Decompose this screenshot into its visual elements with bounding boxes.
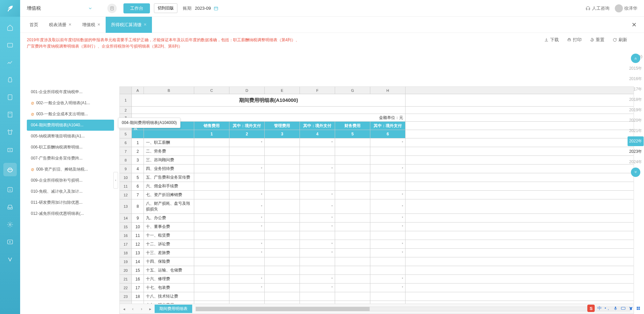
cell-22-5[interactable]: * xyxy=(370,284,406,292)
collapse-handle[interactable] xyxy=(113,172,118,189)
cell-18-4[interactable] xyxy=(335,249,370,257)
cell-19-0[interactable] xyxy=(194,257,229,266)
close-icon[interactable]: ✕ xyxy=(68,22,71,27)
tab-home[interactable]: 首页 xyxy=(24,17,44,33)
row-header-18[interactable]: 18 xyxy=(120,249,132,257)
col-header-H[interactable]: H xyxy=(370,87,406,94)
cell-7-4[interactable] xyxy=(335,147,370,155)
cell-16-0[interactable] xyxy=(194,231,229,240)
year-2019年[interactable]: 2019年 xyxy=(628,105,644,115)
row-header-12[interactable]: 12 xyxy=(120,191,132,199)
cell-24-2[interactable] xyxy=(265,301,300,304)
cell-14-1[interactable]: * xyxy=(229,214,265,222)
year-2021年[interactable]: 2021年 xyxy=(628,126,644,136)
nav-ledger[interactable] xyxy=(6,41,14,49)
cell-16-2[interactable] xyxy=(265,231,300,240)
form-item-10[interactable]: 011-研发费用加计扣除优惠... xyxy=(27,197,114,208)
col-header-D[interactable]: D xyxy=(229,87,265,94)
cell-21-5[interactable]: * xyxy=(370,275,406,283)
cell-18-0[interactable] xyxy=(194,249,229,257)
row-header-5[interactable]: 5 xyxy=(120,130,132,138)
cell-17-2[interactable] xyxy=(265,240,300,248)
sheet-nav-first[interactable]: ◂ xyxy=(120,307,128,311)
cell-21-1[interactable]: * xyxy=(229,275,265,283)
cell-23-4[interactable] xyxy=(335,292,370,301)
col-header-F[interactable]: F xyxy=(300,87,335,94)
cell-19-4[interactable] xyxy=(335,257,370,266)
cell-16-1[interactable] xyxy=(229,231,265,240)
sheet-nav-last[interactable]: ▸ xyxy=(146,307,155,311)
form-item-11[interactable]: 012-减免所得税优惠明细表(... xyxy=(27,208,114,219)
cell-8-5[interactable] xyxy=(370,156,406,164)
cell-10-2[interactable] xyxy=(265,173,300,182)
cell-20-5[interactable] xyxy=(370,266,406,274)
sheet-scroll[interactable]: ABCDEFGH1期间费用明细表(A104000)23金额单位：元4行次项目销售… xyxy=(120,87,634,304)
form-item-5[interactable]: 006-职工薪酬纳税调整明细... xyxy=(27,142,114,153)
cell-12-3[interactable]: * xyxy=(300,191,335,199)
cell-23-1[interactable] xyxy=(229,292,265,301)
cell-8-0[interactable] xyxy=(194,156,229,164)
cell-12-1[interactable]: * xyxy=(229,191,265,199)
nav-home[interactable] xyxy=(6,23,14,32)
row-header-20[interactable]: 20 xyxy=(120,266,132,274)
year-2020年[interactable]: 2020年 xyxy=(628,116,644,125)
cell-11-5[interactable] xyxy=(370,182,406,190)
cell-22-2[interactable] xyxy=(265,284,300,292)
cell-24-5[interactable] xyxy=(370,301,406,304)
year-2015年[interactable]: 2015年 xyxy=(628,64,644,73)
ime-keyboard-icon[interactable] xyxy=(621,306,626,311)
nav-tax[interactable] xyxy=(3,163,17,176)
cell-14-0[interactable] xyxy=(194,214,229,222)
col-header-E[interactable]: E xyxy=(265,87,300,94)
cell-22-1[interactable]: * xyxy=(229,284,265,292)
nav-doc2[interactable] xyxy=(6,111,14,119)
row-header-7[interactable]: 7 xyxy=(120,147,132,155)
cell-20-2[interactable] xyxy=(265,266,300,274)
cell-12-4[interactable] xyxy=(335,191,370,199)
row-header-24[interactable]: 24 xyxy=(120,301,132,304)
ime-lang[interactable]: 中 xyxy=(597,305,602,311)
cell-22-4[interactable] xyxy=(335,284,370,292)
row-header-6[interactable]: 6 xyxy=(120,138,132,147)
scrollbar-thumb[interactable] xyxy=(196,307,370,311)
cell-14-3[interactable]: * xyxy=(300,214,335,222)
cell-16-4[interactable] xyxy=(335,231,370,240)
nav-reports[interactable] xyxy=(6,93,14,101)
cell-10-5[interactable] xyxy=(370,173,406,182)
cell-21-3[interactable]: * xyxy=(300,275,335,283)
cell-24-0[interactable] xyxy=(194,301,229,304)
row-header-15[interactable]: 15 xyxy=(120,223,132,231)
cell-11-4[interactable] xyxy=(335,182,370,190)
cell-20-4[interactable] xyxy=(335,266,370,274)
cell-23-3[interactable] xyxy=(300,292,335,301)
tab-income-tax[interactable]: 所得税汇算清缴✕ xyxy=(106,17,152,33)
nav-video[interactable] xyxy=(6,238,14,246)
cell-15-0[interactable] xyxy=(194,223,229,231)
cell-10-3[interactable] xyxy=(300,173,335,182)
year-2016年[interactable]: 2016年 xyxy=(628,74,644,84)
cell-15-4[interactable] xyxy=(335,223,370,231)
cell-8-3[interactable] xyxy=(300,156,335,164)
col-header-C[interactable]: C xyxy=(194,87,229,94)
row-header-11[interactable]: 11 xyxy=(120,182,132,190)
cell-16-3[interactable] xyxy=(300,231,335,240)
form-item-2[interactable]: ⊘003-一般企业成本支出明细... xyxy=(27,109,114,120)
cell-13-4[interactable] xyxy=(335,199,370,213)
cell-15-3[interactable]: * xyxy=(300,223,335,231)
cell-20-3[interactable] xyxy=(300,266,335,274)
cell-13-0[interactable] xyxy=(194,199,229,213)
cell-6-0[interactable] xyxy=(194,138,229,147)
cell-7-0[interactable] xyxy=(194,147,229,155)
cell-8-4[interactable] xyxy=(335,156,370,164)
row-header-8[interactable]: 8 xyxy=(120,156,132,164)
sheet-nav-next[interactable]: › xyxy=(137,307,146,311)
ime-skin-icon[interactable] xyxy=(629,306,633,311)
sheet-nav-prev[interactable]: ‹ xyxy=(128,307,137,311)
cell-6-1[interactable]: * xyxy=(229,138,265,147)
cell-9-4[interactable] xyxy=(335,165,370,173)
cell-13-2[interactable] xyxy=(265,199,300,213)
cell-16-5[interactable] xyxy=(370,231,406,240)
cell-10-0[interactable] xyxy=(194,173,229,182)
switch-old-button[interactable]: 切到旧版 xyxy=(154,3,177,13)
nav-payroll[interactable] xyxy=(6,128,14,136)
